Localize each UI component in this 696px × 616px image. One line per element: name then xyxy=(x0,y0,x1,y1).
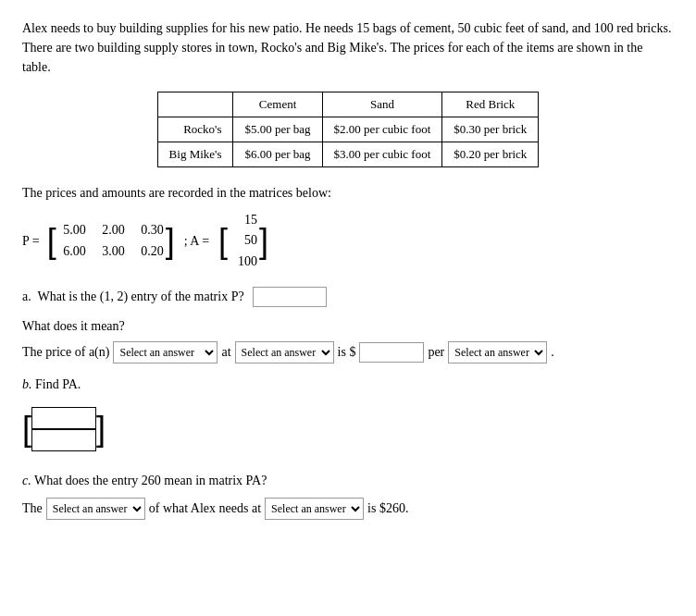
part-a-question1: a. What is the (1, 2) entry of the matri… xyxy=(22,287,674,307)
A-31: 100 xyxy=(230,252,257,272)
part-b: b. Find PA. [ ] xyxy=(22,375,674,466)
part-c-middle: of what Alex needs at xyxy=(149,501,261,516)
bigmikes-brick: $0.20 per brick xyxy=(442,142,539,167)
matrix-A-row1: 15 xyxy=(230,210,257,230)
part-c-label: c. xyxy=(22,474,31,487)
header-redbrick: Red Brick xyxy=(442,92,539,117)
select-item-type[interactable]: Select an answer bag of cement cubic foo… xyxy=(113,341,218,363)
rockos-sand: $2.00 per cubic foot xyxy=(322,117,442,142)
part-b-label: b. xyxy=(22,377,32,391)
price-table: Cement Sand Red Brick Rocko's $5.00 per … xyxy=(157,92,540,167)
P-12: 2.00 xyxy=(97,220,125,240)
part-c-answer-row: The Select an answer total cost price am… xyxy=(22,498,674,520)
part-c: c. What does the entry 260 mean in matri… xyxy=(22,474,674,520)
part-a-answer-row: The price of a(n) Select an answer bag o… xyxy=(22,341,674,363)
header-sand: Sand xyxy=(322,92,442,117)
select-unit[interactable]: Select an answer bag cubic foot brick xyxy=(448,341,547,363)
store-rockos: Rocko's xyxy=(157,117,233,142)
answer-period: . xyxy=(551,345,554,360)
answer-at: at xyxy=(221,345,230,360)
answer-is: is $ xyxy=(338,345,356,360)
bracket-left-A: [ xyxy=(218,225,228,258)
matrices-intro: The prices and amounts are recorded in t… xyxy=(22,186,674,201)
part-a-answer-input[interactable] xyxy=(253,287,327,307)
A-11: 15 xyxy=(230,210,257,230)
bracket-right-A: ] xyxy=(259,225,268,258)
part-b-question: b. Find PA. xyxy=(22,375,674,394)
P-22: 3.00 xyxy=(97,241,125,262)
part-a-label: a. xyxy=(22,290,31,303)
select-store-c[interactable]: Select an answer Rocko's Big Mike's xyxy=(265,498,364,520)
matrix-A-row2: 50 xyxy=(230,230,257,251)
pa-row2 xyxy=(31,429,96,451)
pa-content xyxy=(31,407,96,451)
rockos-brick: $0.30 per brick xyxy=(442,117,539,142)
bigmikes-cement: $6.00 per bag xyxy=(233,142,322,167)
P-11: 5.00 xyxy=(58,220,86,240)
part-c-suffix: is $260. xyxy=(367,501,408,516)
answer-prefix: The price of a(n) xyxy=(22,345,109,360)
matrix-display: P = [ 5.00 2.00 0.30 6.00 3.00 0.20 ] ; … xyxy=(22,210,674,272)
bracket-right-pa: ] xyxy=(96,413,106,446)
P-21: 6.00 xyxy=(58,241,86,262)
select-cost-type[interactable]: Select an answer total cost price amount xyxy=(46,498,145,520)
bigmikes-sand: $3.00 per cubic foot xyxy=(322,142,442,167)
intro-paragraph: Alex needs to buy building supplies for … xyxy=(22,18,674,77)
matrix-P-row1: 5.00 2.00 0.30 xyxy=(58,220,164,240)
A-21: 50 xyxy=(230,230,257,251)
part-a-price-input[interactable] xyxy=(359,342,424,363)
select-store[interactable]: Select an answer Rocko's Big Mike's xyxy=(235,341,334,363)
matrix-P: [ 5.00 2.00 0.30 6.00 3.00 0.20 ] xyxy=(47,220,175,262)
matrix-P-content: 5.00 2.00 0.30 6.00 3.00 0.20 xyxy=(58,220,164,262)
part-c-question: c. What does the entry 260 mean in matri… xyxy=(22,474,674,488)
matrix-A-label: ; A = xyxy=(184,234,209,249)
pa-matrix: [ ] xyxy=(22,407,106,451)
P-13: 0.30 xyxy=(136,220,164,240)
bracket-right-P: ] xyxy=(166,225,175,258)
matrix-A: [ 15 50 100 ] xyxy=(218,210,268,272)
pa-row1 xyxy=(31,407,96,429)
matrix-A-content: 15 50 100 xyxy=(230,210,257,272)
part-a: a. What is the (1, 2) entry of the matri… xyxy=(22,287,674,363)
rockos-cement: $5.00 per bag xyxy=(233,117,322,142)
part-c-prefix: The xyxy=(22,501,43,516)
matrix-A-row3: 100 xyxy=(230,252,257,272)
pa-cell-11[interactable] xyxy=(31,407,96,429)
bracket-left-pa: [ xyxy=(22,413,31,446)
store-bigmikes: Big Mike's xyxy=(157,142,233,167)
answer-per: per xyxy=(428,345,444,360)
header-cement: Cement xyxy=(233,92,322,117)
matrix-P-label: P = xyxy=(22,234,40,249)
bracket-left-P: [ xyxy=(47,225,56,258)
part-a-question2: What does it mean? xyxy=(22,316,674,336)
part-a-label-text xyxy=(31,290,35,303)
pa-cell-21[interactable] xyxy=(31,429,96,451)
matrix-P-row2: 6.00 3.00 0.20 xyxy=(58,241,164,262)
P-23: 0.20 xyxy=(136,241,164,262)
